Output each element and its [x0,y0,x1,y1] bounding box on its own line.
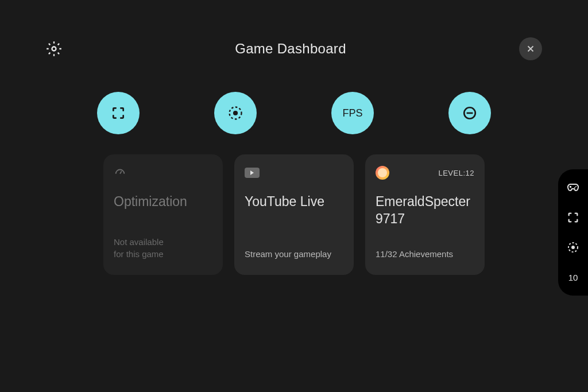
fps-button[interactable]: FPS [331,92,374,134]
floating-toolbar: 10 [558,169,588,296]
speedometer-icon [114,166,126,179]
fps-counter[interactable]: 10 [566,270,580,284]
fps-label: FPS [342,107,362,119]
card-title: Optimization [114,193,212,211]
optimization-card[interactable]: Optimization Not available for this game [103,154,223,275]
record-side-button[interactable] [566,240,580,254]
username: EmeraldSpecter9717 [376,193,474,228]
close-button[interactable] [519,37,542,60]
avatar [376,166,389,180]
fps-number: 10 [568,273,578,282]
level-badge: LEVEL:12 [438,169,474,177]
screenshot-side-button[interactable] [566,211,580,224]
svg-point-0 [52,47,56,51]
gamepad-icon [566,181,580,195]
fullscreen-icon [567,211,579,224]
do-not-disturb-icon [462,106,477,121]
card-subtitle: Not available for this game [114,236,164,260]
fullscreen-icon [111,106,126,121]
card-subtitle: Stream your gameplay [245,248,331,260]
close-icon [525,44,536,54]
settings-button[interactable] [46,41,62,57]
record-button[interactable] [214,92,257,134]
gear-icon [46,41,62,57]
page-title: Game Dashboard [235,41,346,57]
youtube-card[interactable]: YouTube Live Stream your gameplay [234,154,354,275]
profile-card[interactable]: LEVEL:12 EmeraldSpecter9717 11/32 Achiev… [365,154,485,275]
svg-point-2 [233,111,238,115]
achievements-text: 11/32 Achievements [376,248,453,260]
svg-point-6 [571,246,575,249]
card-title: YouTube Live [245,193,343,211]
screenshot-button[interactable] [97,92,140,134]
action-buttons-row: FPS [0,92,588,134]
dnd-button[interactable] [448,92,491,134]
youtube-icon [245,168,260,178]
gamepad-button[interactable] [566,181,580,195]
record-icon [227,105,243,121]
cards-row: Optimization Not available for this game… [0,154,588,275]
dashboard-header: Game Dashboard [0,0,588,86]
record-icon [566,240,580,254]
